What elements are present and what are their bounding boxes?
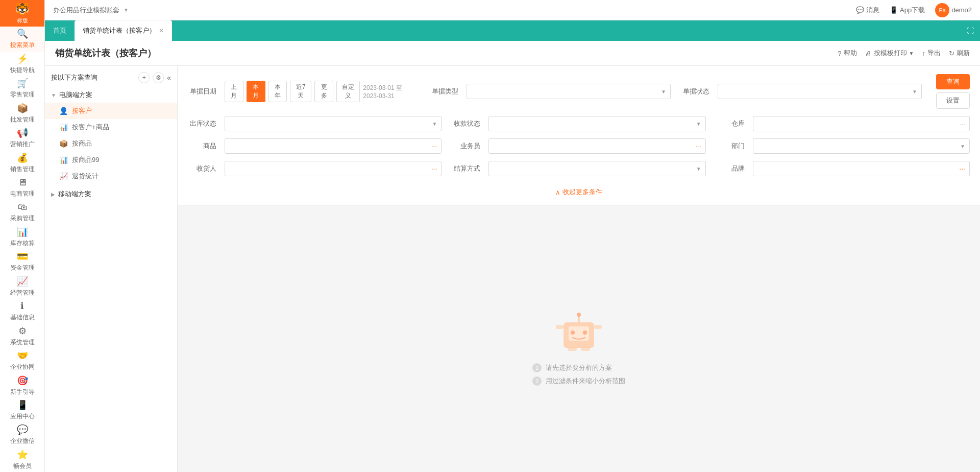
sidebar-item-ecommerce-label: 电商管理 — [10, 190, 35, 198]
sidebar-item-quick-nav[interactable]: ⚡ 快捷导航 — [0, 52, 45, 76]
by-customer-goods-icon: 📊 — [59, 123, 68, 131]
order-status-label: 单据状态 — [679, 87, 709, 96]
basic-icon: ℹ — [20, 300, 24, 312]
payment-status-select[interactable]: ▼ — [488, 116, 705, 131]
sidebar-item-retail-label: 零售管理 — [10, 90, 35, 99]
scheme-title: 按以下方案查询 — [51, 73, 97, 82]
sidebar-item-cooperation[interactable]: 🤝 企业协同 — [0, 348, 45, 373]
scheme-group-mobile-header[interactable]: ▶ 移动端方案 — [45, 186, 177, 202]
scheme-tools: + ⚙ « — [138, 72, 171, 83]
receiver-dots-icon: ··· — [431, 164, 437, 173]
svg-point-3 — [583, 331, 587, 335]
sidebar-item-search[interactable]: 🔍 搜索菜单 — [0, 27, 45, 51]
user-menu[interactable]: Ea demo2 — [935, 3, 972, 17]
scheme-group-desktop-header[interactable]: ▼ 电脑端方案 — [45, 87, 177, 103]
sidebar-item-wechat[interactable]: 💬 企业微信 — [0, 422, 45, 447]
sales-icon: 💰 — [17, 152, 28, 163]
fullscreen-icon: ⛶ — [967, 27, 974, 35]
ship-status-label: 出库状态 — [188, 119, 216, 128]
payment-status-label: 收款状态 — [450, 119, 480, 128]
collapse-button[interactable]: ∧ 收起更多条件 — [188, 183, 970, 201]
refresh-button[interactable]: ↻ 刷新 — [949, 49, 970, 58]
receiver-select[interactable]: ··· — [225, 161, 442, 176]
sidebar-item-apps[interactable]: 📱 应用中心 — [0, 398, 45, 422]
date-btn-this-year[interactable]: 本年 — [268, 81, 287, 102]
date-btn-last-month[interactable]: 上月 — [225, 81, 243, 102]
scheme-item-by-goods[interactable]: 📦 按商品 — [45, 135, 177, 152]
export-icon: ↑ — [922, 50, 926, 57]
sidebar-item-marketing[interactable]: 📢 营销推广 — [0, 126, 45, 150]
hint-text-2: 用过滤条件来缩小分析范围 — [546, 376, 625, 386]
template-print-button[interactable]: 🖨 按模板打印 ▼ — [865, 49, 914, 58]
scheme-item-return-stats[interactable]: 📈 退货统计 — [45, 168, 177, 184]
scheme-item-by-goods-99[interactable]: 📊 按商品99 — [45, 152, 177, 168]
goods-dots-icon: ··· — [431, 142, 437, 150]
date-btn-this-month[interactable]: 本月 — [247, 81, 265, 102]
date-btn-custom[interactable]: 自定义 — [336, 81, 360, 102]
sidebar-item-guide[interactable]: 🎯 新手引导 — [0, 373, 45, 397]
sidebar-item-retail[interactable]: 🛒 零售管理 — [0, 76, 45, 101]
main-area: 办公用品行业模拟账套 ▼ 💬 消息 📱 App下载 Ea demo2 首页 销货… — [45, 0, 980, 472]
salesperson-select[interactable]: ··· — [488, 138, 705, 154]
empty-robot-svg — [553, 302, 604, 353]
warehouse-select[interactable]: ··· — [753, 116, 970, 131]
tab-home[interactable]: 首页 — [45, 20, 75, 41]
department-select[interactable]: ▼ — [753, 138, 970, 154]
filter-panel: 单据日期 上月 本月 本年 近7天 更多 自定义 2023-03-01 至 20… — [178, 66, 980, 205]
app-logo[interactable]: 🐯 标版 — [0, 0, 45, 27]
query-button[interactable]: 查询 — [936, 74, 970, 89]
sidebar-item-basic[interactable]: ℹ 基础信息 — [0, 299, 45, 323]
tab-sales-stats[interactable]: 销货单统计表（按客户） ✕ — [75, 20, 172, 41]
by-customer-label: 按客户 — [72, 106, 92, 115]
date-btn-more[interactable]: 更多 — [314, 81, 333, 102]
order-status-select[interactable]: ▼ — [718, 84, 922, 99]
export-button[interactable]: ↑ 导出 — [922, 49, 941, 58]
svg-rect-7 — [594, 325, 602, 329]
sidebar-item-wholesale[interactable]: 📦 批发管理 — [0, 101, 45, 125]
tab-fullscreen-button[interactable]: ⛶ — [967, 27, 974, 35]
sidebar-item-operation-label: 经营管理 — [10, 289, 35, 297]
scheme-add-button[interactable]: + — [138, 72, 150, 83]
settlement-select[interactable]: ▼ — [488, 161, 705, 176]
sidebar-item-guide-label: 新手引导 — [10, 388, 35, 396]
sidebar-item-system[interactable]: ⚙ 系统管理 — [0, 323, 45, 348]
scheme-item-by-customer-goods[interactable]: 📊 按客户+商品 — [45, 119, 177, 135]
tab-close-icon[interactable]: ✕ — [159, 27, 164, 34]
scheme-group-mobile-label: 移动端方案 — [58, 190, 91, 199]
app-download-label: App下载 — [900, 6, 925, 15]
sidebar-item-ecommerce[interactable]: 🖥 电商管理 — [0, 175, 45, 200]
app-download-button[interactable]: 📱 App下载 — [890, 6, 925, 15]
help-button[interactable]: ? 帮助 — [838, 49, 856, 58]
cooperation-icon: 🤝 — [17, 350, 28, 361]
order-type-select[interactable]: ▼ — [467, 84, 671, 99]
help-label: 帮助 — [844, 49, 857, 58]
ship-status-select[interactable]: ▼ — [225, 116, 442, 131]
by-goods-99-label: 按商品99 — [72, 155, 99, 164]
brand-select[interactable]: ··· — [753, 161, 970, 176]
scheme-group-desktop-label: 电脑端方案 — [59, 90, 92, 100]
settlement-arrow-icon: ▼ — [696, 166, 701, 172]
scheme-settings-button[interactable]: ⚙ — [153, 72, 164, 83]
app-title[interactable]: 办公用品行业模拟账套 — [53, 6, 119, 15]
return-stats-icon: 📈 — [59, 172, 68, 180]
breadcrumb-dropdown-icon[interactable]: ▼ — [124, 7, 129, 13]
warehouse-label: 仓库 — [714, 119, 745, 128]
sidebar-item-member[interactable]: ⭐ 畅会员 — [0, 447, 45, 472]
messages-button[interactable]: 💬 消息 — [856, 6, 879, 15]
goods-select[interactable]: ··· — [225, 138, 442, 154]
sidebar-item-inventory[interactable]: 📊 库存核算 — [0, 225, 45, 249]
by-customer-icon: 👤 — [59, 107, 68, 115]
settings-button[interactable]: 设置 — [936, 92, 970, 109]
settlement-label: 结算方式 — [450, 164, 480, 173]
left-sidebar: 🐯 标版 🔍 搜索菜单 ⚡ 快捷导航 🛒 零售管理 📦 批发管理 📢 营销推广 … — [0, 0, 45, 472]
scheme-collapse-button[interactable]: « — [167, 74, 171, 82]
filter-row-3: 商品 ··· 业务员 ··· 部门 ▼ — [188, 138, 970, 154]
goods-label: 商品 — [188, 141, 216, 151]
sidebar-item-purchase[interactable]: 🛍 采购管理 — [0, 200, 45, 224]
sidebar-item-sales[interactable]: 💰 销售管理 — [0, 150, 45, 175]
date-btn-last-7[interactable]: 近7天 — [290, 81, 311, 102]
sidebar-item-operation[interactable]: 📈 经营管理 — [0, 274, 45, 299]
sidebar-item-sales-label: 销售管理 — [10, 165, 35, 174]
sidebar-item-finance[interactable]: 💳 资金管理 — [0, 249, 45, 274]
scheme-item-by-customer[interactable]: 👤 按客户 — [45, 103, 177, 119]
